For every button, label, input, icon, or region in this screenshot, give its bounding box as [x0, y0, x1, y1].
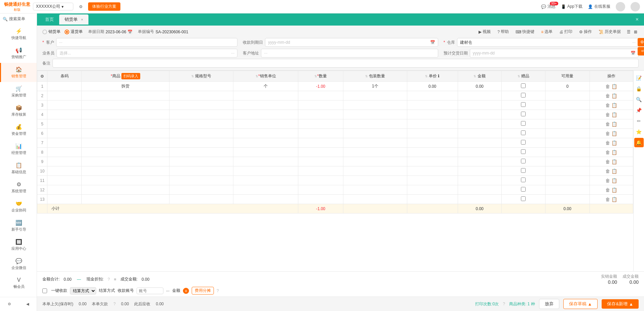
calendar-icon[interactable]: 📅 — [127, 30, 132, 34]
gift-checkbox-6[interactable] — [521, 130, 526, 135]
rp-pin-icon[interactable]: 📌 — [634, 106, 644, 115]
sidebar-item-system[interactable]: ⚙ 系统管理 — [0, 178, 37, 197]
toolbar-help[interactable]: ? 帮助 — [495, 28, 511, 35]
scan-button[interactable]: 扫码录入 — [121, 73, 140, 79]
payment-due-input[interactable]: yyyy-mm-dd 📅 — [265, 38, 438, 47]
close-all-tabs[interactable]: × — [633, 16, 641, 23]
account-input[interactable] — [137, 287, 163, 294]
discount-help-icon[interactable]: ? — [108, 277, 110, 282]
copy-icon-9[interactable]: 📋 — [611, 159, 617, 164]
gift-checkbox-9[interactable] — [521, 159, 526, 163]
avatar[interactable] — [616, 2, 625, 11]
amount-1[interactable]: 0.00 — [458, 82, 501, 91]
app-download-button[interactable]: 📱 App下载 — [561, 4, 582, 9]
message-button[interactable]: 💬 消息 99+ — [541, 4, 556, 9]
copy-icon-4[interactable]: 📋 — [611, 112, 617, 117]
save-draft-button[interactable]: 保存草稿 ▲ — [563, 299, 598, 309]
copy-icon-2[interactable]: 📋 — [611, 93, 617, 99]
copy-icon-11[interactable]: 📋 — [611, 178, 617, 183]
toolbar-shortcut[interactable]: ⌨ 快捷键 — [514, 28, 536, 35]
rp-search-icon[interactable]: 🔍 — [634, 95, 644, 104]
company-selector[interactable]: XXXXXX公司 ▾ — [33, 3, 73, 10]
setup-btn[interactable]: ⚙设置 — [638, 38, 644, 46]
save-new-button[interactable]: 保存&新增 ▲ — [602, 299, 639, 309]
copy-icon-8[interactable]: 📋 — [611, 150, 617, 155]
sidebar-item-purchase[interactable]: 🛒 采购管理 — [0, 82, 37, 101]
trial-button[interactable]: 体验行业方案 — [88, 2, 120, 11]
unit-price-1[interactable]: 0.00 — [407, 82, 458, 91]
rp-note-icon[interactable]: 📝 — [634, 73, 644, 83]
barcode-1[interactable] — [47, 82, 82, 91]
toolbar-history[interactable]: 📜 历史单据 — [597, 28, 623, 35]
product-type[interactable]: 商品种类: 1 种 — [509, 301, 535, 307]
expense-button[interactable]: 费用分摊 — [192, 287, 214, 295]
delivery-input[interactable]: yyyy-mm-dd 📅 — [470, 49, 639, 57]
rp-edit-icon[interactable]: ✏ — [634, 116, 644, 126]
grid-view-icon[interactable]: ⊞ — [633, 29, 639, 35]
product-1[interactable]: 拆货 — [82, 82, 169, 91]
radio-sales[interactable]: 销货单 — [42, 29, 61, 35]
gift-checkbox-8[interactable] — [521, 149, 526, 154]
payment-method-select[interactable]: 结算方式 — [70, 287, 96, 295]
spec-1[interactable] — [169, 82, 233, 91]
rp-orange-icon[interactable]: 🔔 — [634, 138, 644, 147]
online-service-button[interactable]: 👤 在线客服 — [588, 4, 610, 9]
one-click-checkbox[interactable] — [42, 288, 47, 293]
pack-qty-1[interactable]: 1个 — [343, 82, 407, 91]
delete-icon-2[interactable]: 🗑 — [605, 93, 610, 99]
gift-checkbox-10[interactable] — [521, 168, 526, 173]
gift-checkbox-2[interactable] — [521, 93, 526, 98]
radio-return[interactable]: 退货单 — [65, 29, 83, 35]
delete-icon-9[interactable]: 🗑 — [605, 159, 610, 164]
delete-icon-10[interactable]: 🗑 — [605, 168, 610, 174]
list-view-icon[interactable]: ☰ — [626, 29, 632, 35]
toolbar-video[interactable]: ▶ 视频 — [477, 28, 493, 35]
date-value[interactable]: 2023-06-06 — [106, 30, 126, 34]
delete-icon-1[interactable]: 🗑 — [605, 84, 610, 89]
customer-input[interactable]: ··· — [56, 38, 238, 47]
sidebar-item-basic-info[interactable]: 📋 基础信息 — [0, 159, 37, 178]
gift-checkbox-11[interactable] — [521, 178, 526, 182]
sidebar-item-sales[interactable]: 🏠 销售管理 — [0, 63, 37, 82]
delete-icon-3[interactable]: 🗑 — [605, 103, 610, 108]
delete-icon-7[interactable]: 🗑 — [605, 140, 610, 146]
sidebar-item-guide[interactable]: 🆕 新手引导 — [0, 216, 37, 235]
toolbar-select[interactable]: ≡ 选单 — [539, 28, 555, 35]
sidebar-search[interactable]: 🔍 搜索菜单 — [0, 13, 37, 25]
overdue-help-icon[interactable]: ? — [113, 302, 116, 306]
copy-icon-6[interactable]: 📋 — [611, 131, 617, 136]
delete-icon-11[interactable]: 🗑 — [605, 178, 610, 183]
sidebar-collapse[interactable]: ◀ — [25, 300, 30, 308]
gift-checkbox-13[interactable] — [521, 196, 526, 201]
add-payment-button[interactable]: + — [183, 288, 189, 294]
gift-checkbox-7[interactable] — [521, 140, 526, 145]
gift-checkbox-5[interactable] — [521, 121, 526, 126]
gift-checkbox-1[interactable] — [521, 83, 526, 88]
sidebar-item-operations[interactable]: 📊 经营管理 — [0, 140, 37, 159]
copy-icon-3[interactable]: 📋 — [611, 103, 617, 108]
gift-checkbox-4[interactable] — [521, 112, 526, 116]
sidebar-item-members[interactable]: V 畅会员 — [0, 274, 37, 293]
sidebar-item-wechat[interactable]: 💬 企业微信 — [0, 255, 37, 274]
delete-icon-12[interactable]: 🗑 — [605, 187, 610, 193]
gift-checkbox-3[interactable] — [521, 102, 526, 107]
sidebar-settings[interactable]: ⚙ — [6, 300, 12, 308]
salesman-input[interactable]: 选择... ··· — [56, 49, 237, 57]
delete-icon-6[interactable]: 🗑 — [605, 131, 610, 136]
calendar-icon[interactable]: 📅 — [430, 40, 435, 45]
delete-icon-5[interactable]: 🗑 — [605, 121, 610, 127]
tab-home[interactable]: 首页 — [40, 14, 59, 25]
th-settings[interactable]: ⚙ — [37, 71, 47, 82]
delete-icon-8[interactable]: 🗑 — [605, 150, 610, 155]
toolbar-print[interactable]: 🖨 打印 — [557, 28, 574, 35]
delete-icon-4[interactable]: 🗑 — [605, 112, 610, 117]
copy-icon-1[interactable]: 📋 — [611, 84, 617, 89]
address-input[interactable]: ··· — [261, 49, 438, 57]
sidebar-item-marketing[interactable]: 📢 营销推广 — [0, 44, 37, 63]
sidebar-item-inventory[interactable]: 📦 库存核算 — [0, 101, 37, 120]
copy-icon-12[interactable]: 📋 — [611, 187, 617, 193]
rp-lock-icon[interactable]: 🔒 — [634, 84, 644, 93]
rp-star-icon[interactable]: ⭐ — [634, 127, 644, 137]
sidebar-item-quick-nav[interactable]: ⚡ 快捷导航 — [0, 25, 37, 44]
note-input[interactable] — [52, 59, 639, 68]
